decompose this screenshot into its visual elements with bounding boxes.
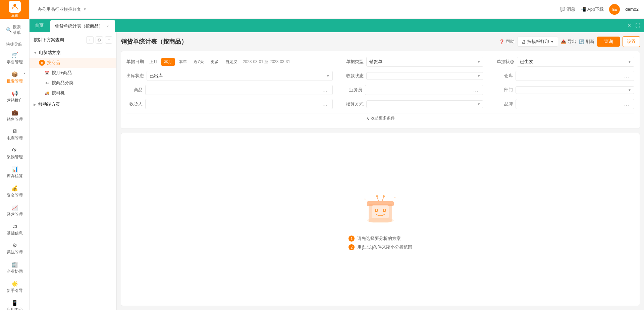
svg-point-12 [383,195,385,197]
tree-item-by-cashier[interactable]: 🚚 按司机 [30,88,116,98]
date-tab-custom[interactable]: 自定义 [223,58,240,66]
settings-button[interactable]: 设置 [623,36,640,47]
filter-payment-item: 结算方式 ▼ [346,100,484,108]
tab-maximize-btn[interactable]: ⛶ [634,21,641,30]
payment-label: 结算方式 [346,101,366,107]
date-tab-last-month[interactable]: 上月 [147,58,160,66]
salesman-input[interactable]: … [365,85,484,95]
tab-home[interactable]: 首页 [30,19,49,32]
app-logo[interactable]: 标账 [0,0,29,19]
tree-item-by-product[interactable]: ● 按商品 [30,58,116,68]
query-button[interactable]: 查询 [597,37,620,47]
by-cashier-label: 按司机 [52,90,65,96]
tip-num-2: 2 [348,244,355,250]
message-btn[interactable]: 💬 消息 [560,6,575,12]
sidebar-item-appstore[interactable]: 📱 应用中心 [2,297,27,310]
sidebar-item-marketing[interactable]: 📢 营销推广 [2,88,27,106]
recv-status-select[interactable]: ▼ [366,72,484,80]
collapse-filter-btn[interactable]: ∧ 收起更多条件 [126,113,634,123]
settings-scheme-btn[interactable]: ⚙ [96,36,103,44]
brand-dots[interactable]: … [622,101,631,107]
doc-status-caret: ▼ [628,60,631,64]
ecom-icon: 🖥 [12,128,17,135]
receiver-dots[interactable]: … [320,101,330,107]
date-tab-more[interactable]: 更多 [208,58,221,66]
salesman-dots[interactable]: … [471,87,480,93]
sidebar-item-sales[interactable]: 💼 销售管理 [2,107,27,125]
sidebar-item-ops[interactable]: 📈 经营管理 [2,202,27,220]
payment-caret: ▼ [477,102,480,106]
message-icon: 💬 [560,7,565,12]
dept-label: 部门 [497,87,516,93]
warehouse-input[interactable]: … [516,71,634,81]
header-actions: 💬 消息 📲 App下载 Ea demo2 [560,4,639,15]
print-btn[interactable]: 🖨 按模板打印 ▼ [517,37,558,47]
export-btn[interactable]: 📤 导出 [561,39,576,45]
tab-active[interactable]: 销货单统计表（按商品） × [50,20,115,32]
add-scheme-btn[interactable]: + [86,36,94,44]
sidebar-item-retail[interactable]: 🛒 零售管理 [2,49,27,68]
payment-select[interactable]: ▼ [366,100,484,108]
sidebar-item-base[interactable]: 🗂 基础信息 [2,221,27,239]
sidebar-item-guide[interactable]: 🌟 新手引导 [2,278,27,296]
app-download-btn[interactable]: 📲 App下载 [581,6,604,12]
goods-dots[interactable]: … [320,87,330,93]
empty-state: ✦ ✦ 1 请先选择要分析的方案 2 用[过滤]条件来缩小分析范围 [121,133,640,306]
doc-type-select[interactable]: 销货单 ▼ [366,57,484,67]
top-header: 办公用品行业模拟账套 ▼ 💬 消息 📲 App下载 Ea demo2 [30,0,644,19]
by-category-label: 按商品分类 [52,80,73,86]
avatar-initials: Ea [612,7,617,11]
sidebar-item-system[interactable]: ⚙ 系统管理 [2,240,27,258]
tab-minimize-btn[interactable]: ✕ [626,21,633,30]
empty-tip-1: 1 请先选择要分析的方案 [348,236,412,242]
warehouse-dots[interactable]: … [622,73,631,79]
out-status-select[interactable]: 已出库 ▼ [147,71,333,81]
user-name[interactable]: demo2 [625,7,639,12]
empty-illustration: ✦ ✦ [360,189,400,229]
svg-text:✦: ✦ [394,196,396,199]
receiver-input[interactable]: … [145,99,333,109]
date-tab-this-year[interactable]: 本年 [176,58,190,66]
tip-num-1: 1 [348,236,355,242]
help-btn[interactable]: ❓ 帮助 [499,39,515,45]
tree-mobile-header[interactable]: ▶ 移动端方案 [30,99,116,109]
sidebar-item-finance[interactable]: 💰 资金管理 [2,183,27,201]
recv-status-label: 收款状态 [346,73,366,79]
panel-action-buttons: + ⚙ « [86,36,112,44]
sidebar-item-company[interactable]: 🏢 企业协同 [2,259,27,277]
filter-dept-item: 部门 ▼ [497,86,634,94]
svg-point-0 [13,4,16,7]
user-avatar[interactable]: Ea [609,4,620,15]
refresh-btn[interactable]: 🔄 刷新 [579,39,594,45]
tab-close-btn[interactable]: × [105,23,110,29]
sidebar-item-stock[interactable]: 📊 库存核算 [2,163,27,182]
tree-section: ▼ 电脑端方案 ● 按商品 📅 按月+商品 🏷 按商品分类 🚚 按司机 [30,46,116,111]
industry-selector[interactable]: 办公用品行业模拟账套 ▼ [35,5,89,14]
svg-rect-4 [372,205,389,218]
dept-select[interactable]: ▼ [516,86,634,94]
marketing-icon: 📢 [11,90,18,97]
filter-date-item: 单据日期 上月 本月 本年 近7天 更多 自定义 2023-03-01 至 20… [126,58,333,66]
svg-line-9 [377,197,379,201]
collapse-label: 收起更多条件 [371,115,395,121]
sidebar-item-wholesale[interactable]: 📦 批发管理 [2,68,27,87]
goods-input[interactable]: … [145,85,333,95]
brand-input[interactable]: … [516,99,634,109]
doc-status-select[interactable]: 已生效 ▼ [517,57,634,67]
tree-item-by-category[interactable]: 🏷 按商品分类 [30,78,116,88]
date-tab-this-month[interactable]: 本月 [161,58,175,66]
sidebar-item-ecom[interactable]: 🖥 电商管理 [2,126,27,144]
search-menu-btn[interactable]: 🔍 搜索菜单 [4,22,25,38]
tree-item-by-month-product[interactable]: 📅 按月+商品 [30,68,116,78]
panel-header: 按以下方案查询 + ⚙ « [30,36,116,46]
print-arrow-icon: ▼ [550,40,554,44]
collapse-panel-btn[interactable]: « [105,36,112,44]
sidebar-item-quick-nav[interactable]: 快捷导航 [2,40,27,49]
cashier-icon: 🚚 [44,90,50,96]
date-filter-group: 上月 本月 本年 近7天 更多 自定义 2023-03-01 至 2023-03… [147,58,333,66]
tree-desktop-header[interactable]: ▼ 电脑端方案 [30,48,116,58]
tree-arrow-desktop: ▼ [34,51,37,55]
filter-recv-status-item: 收款状态 ▼ [346,72,484,80]
sidebar-item-purchase[interactable]: 🛍 采购管理 [2,145,27,163]
date-tab-7days[interactable]: 近7天 [191,58,207,66]
